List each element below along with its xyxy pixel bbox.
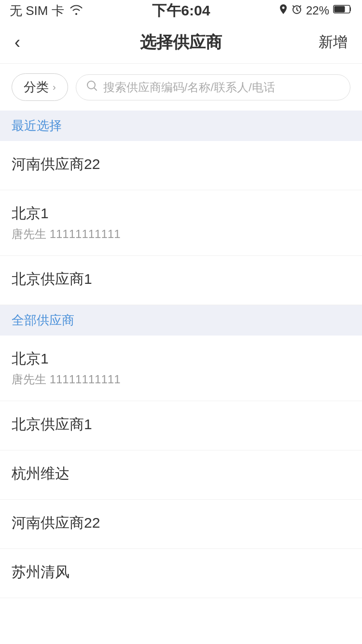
add-button[interactable]: 新增 xyxy=(309,32,348,52)
item-name: 河南供应商22 xyxy=(12,513,350,533)
list-item[interactable]: 杭州维达 xyxy=(0,450,362,500)
list-item[interactable]: 北京1唐先生 11111111111 xyxy=(0,190,362,256)
status-bar: 无 SIM 卡 下午6:04 22% xyxy=(0,0,362,21)
search-input[interactable] xyxy=(103,81,340,94)
all-list: 北京1唐先生 11111111111北京供应商1杭州维达河南供应商22苏州清风 xyxy=(0,336,362,598)
category-filter[interactable]: 分类 › xyxy=(12,73,68,101)
status-time: 下午6:04 xyxy=(152,1,210,21)
item-name: 河南供应商22 xyxy=(12,154,350,174)
list-item[interactable]: 北京供应商1 xyxy=(0,401,362,450)
status-left: 无 SIM 卡 xyxy=(10,2,84,19)
list-item[interactable]: 河南供应商22 xyxy=(0,500,362,549)
item-name: 北京1 xyxy=(12,204,350,224)
item-sub: 唐先生 11111111111 xyxy=(12,226,350,242)
search-box xyxy=(76,74,350,100)
list-item[interactable]: 北京供应商1 xyxy=(0,256,362,305)
wifi-icon xyxy=(69,3,84,18)
recent-section-header: 最近选择 xyxy=(0,111,362,141)
nav-bar: ‹ 选择供应商 新增 xyxy=(0,21,362,64)
back-button[interactable]: ‹ xyxy=(14,32,53,53)
svg-rect-3 xyxy=(334,6,345,13)
list-item[interactable]: 苏州清风 xyxy=(0,549,362,598)
item-name: 苏州清风 xyxy=(12,562,350,582)
item-name: 杭州维达 xyxy=(12,464,350,484)
search-icon xyxy=(86,80,98,95)
item-name: 北京1 xyxy=(12,349,350,369)
filter-bar: 分类 › xyxy=(0,64,362,111)
recent-list: 河南供应商22北京1唐先生 11111111111北京供应商1 xyxy=(0,141,362,305)
list-item[interactable]: 北京1唐先生 11111111111 xyxy=(0,336,362,401)
alarm-icon xyxy=(292,4,302,17)
recent-section-label: 最近选择 xyxy=(12,118,62,133)
list-item[interactable]: 河南供应商22 xyxy=(0,141,362,190)
chevron-right-icon: › xyxy=(53,82,56,93)
item-name: 北京供应商1 xyxy=(12,269,350,289)
all-section-header: 全部供应商 xyxy=(0,305,362,336)
sim-status: 无 SIM 卡 xyxy=(10,2,64,19)
status-right: 22% xyxy=(279,4,352,17)
all-section-label: 全部供应商 xyxy=(12,313,74,327)
item-sub: 唐先生 11111111111 xyxy=(12,372,350,387)
category-label: 分类 xyxy=(24,79,49,96)
item-name: 北京供应商1 xyxy=(12,415,350,434)
location-icon xyxy=(279,4,288,17)
battery-icon xyxy=(333,4,352,17)
svg-point-0 xyxy=(282,7,284,9)
battery-text: 22% xyxy=(306,4,329,17)
page-title: 选择供应商 xyxy=(140,31,222,54)
